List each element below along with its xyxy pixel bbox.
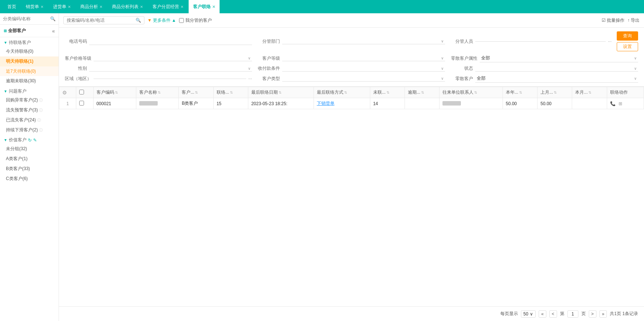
grid-action-icon[interactable]: ⊞ (619, 101, 622, 106)
sidebar-item-today[interactable]: 今天待联络(0) (0, 46, 59, 56)
value-arrow-icon: ▼ (4, 138, 7, 142)
manager-dots[interactable]: ··· (608, 39, 612, 44)
sort-overdue-icon[interactable]: ⇅ (421, 90, 424, 94)
sidebar-item-lost[interactable]: 已流失客户(24) ⓘ (0, 115, 59, 125)
col-type: 客户...⇅ (179, 87, 213, 98)
sidebar-item-abnormal[interactable]: 回购异常客户(2) ⓘ (0, 95, 59, 105)
top-nav: 首页 销货单 ✕ 进货单 ✕ 商品分析 ✕ 商品分析列表 ✕ 客户分层经营 ✕ … (0, 0, 644, 13)
reset-btn[interactable]: 设置 (617, 42, 638, 51)
page-info-label: 第 (560, 311, 564, 317)
pending-arrow-icon: ▼ (4, 41, 7, 45)
nav-home[interactable]: 首页 (3, 0, 21, 13)
close-sales-tab[interactable]: ✕ (41, 5, 43, 9)
nav-purchase[interactable]: 进货单 ✕ (49, 0, 75, 13)
nav-sales[interactable]: 销货单 ✕ (21, 0, 48, 13)
gender-select[interactable]: ∨ (89, 66, 252, 72)
row-last-month: 50.00 (537, 98, 572, 109)
sidebar-item-warning[interactable]: 流失预警客户(3) ⓘ (0, 105, 59, 115)
col-gear[interactable]: ⚙ (59, 87, 76, 98)
filter-status: 状态 ∨ (451, 65, 638, 72)
select-all-checkbox[interactable] (79, 90, 84, 94)
retail-customer-select[interactable]: 全部∨ (475, 75, 638, 83)
last-page-btn[interactable]: » (599, 310, 607, 318)
retail-attr-select[interactable]: 全部∨ (480, 54, 638, 62)
sidebar-item-tomorrow[interactable]: 明天待联络(1) (0, 56, 59, 66)
sort-not-linked-icon[interactable]: ⇅ (386, 90, 389, 94)
search-input[interactable] (67, 18, 134, 23)
sidebar-item-class-b[interactable]: B类客户(33) (0, 164, 59, 174)
price-grade-select[interactable]: ∨ (94, 55, 252, 61)
row-type: B类客户 (179, 98, 213, 109)
row-checkbox[interactable] (79, 101, 84, 106)
col-overdue: 逾期...⇅ (405, 87, 439, 98)
refresh-icon[interactable]: ↻ (28, 138, 32, 143)
sidebar-search-icon[interactable]: 🔍 (50, 16, 56, 21)
sidebar-search-input[interactable] (3, 16, 49, 21)
status-select[interactable]: ∨ (475, 66, 638, 72)
sidebar-item-declining[interactable]: 持续下滑客户(2) ⓘ (0, 125, 59, 135)
first-page-btn[interactable]: « (539, 310, 546, 318)
customer-grade-select[interactable]: ∨ (282, 55, 445, 61)
grid-icon: ⊞ (4, 29, 7, 33)
nav-analysis[interactable]: 商品分析 ✕ (76, 0, 107, 13)
close-purchase-tab[interactable]: ✕ (68, 5, 71, 9)
sort-contact-icon[interactable]: ⇅ (230, 90, 233, 94)
filter-up-icon: ▲ (172, 18, 176, 23)
sidebar-item-class-a[interactable]: A类客户(1) (0, 154, 59, 164)
filter-phone: 电话号码 (65, 31, 252, 51)
filter-dept: 分管部门 ∨ (258, 31, 445, 51)
prev-page-btn[interactable]: < (549, 310, 557, 318)
nav-customer-contact[interactable]: 客户联络 ✕ (189, 0, 220, 13)
sidebar-collapse-btn[interactable]: « (52, 28, 55, 34)
close-customer-tier-tab[interactable]: ✕ (181, 5, 183, 9)
sort-last-method-icon[interactable]: ⇅ (344, 90, 347, 94)
last-method-link[interactable]: 下销货单 (317, 101, 335, 106)
phone-input[interactable] (89, 38, 252, 45)
batch-op-btn[interactable]: ☑ 批量操作 (602, 17, 624, 24)
region-dots[interactable]: ··· (248, 76, 252, 81)
sort-name-icon[interactable]: ⇅ (158, 90, 161, 94)
edit-icon[interactable]: ✎ (33, 138, 37, 143)
sidebar-pending-group-title: ▼ 待联络客户 (0, 37, 59, 46)
close-analysis-list-tab[interactable]: ✕ (140, 5, 143, 9)
col-last-month: 上月...⇅ (537, 87, 572, 98)
close-customer-contact-tab[interactable]: ✕ (212, 5, 215, 9)
sort-this-year-icon[interactable]: ⇅ (519, 90, 522, 94)
my-customers-wrap: 我分管的客户 (179, 17, 212, 24)
problem-arrow-icon: ▼ (4, 89, 7, 93)
sidebar-item-overdue[interactable]: 逾期未联络(30) (0, 76, 59, 86)
blurred-unit-contact (442, 101, 461, 106)
sort-unit-contact-icon[interactable]: ⇅ (474, 90, 477, 94)
dept-select[interactable]: ∨ (282, 38, 445, 44)
gear-icon[interactable]: ⚙ (62, 90, 67, 96)
export-btn[interactable]: ↑ 导出 (627, 17, 640, 24)
sort-code-icon[interactable]: ⇅ (115, 90, 118, 94)
customer-type-select[interactable]: ∨ (282, 76, 445, 82)
page-size-select[interactable]: 50 ∨ (521, 310, 536, 318)
row-unit-contact (440, 98, 503, 109)
page-size-arrow-icon: ∨ (530, 311, 533, 317)
page-number-input[interactable] (567, 310, 578, 318)
sidebar-item-7days[interactable]: 近7天待联络(0) (0, 66, 59, 76)
sort-this-month-icon[interactable]: ⇅ (588, 90, 591, 94)
row-action: 📞 ⊞ (607, 98, 644, 109)
close-analysis-tab[interactable]: ✕ (99, 5, 102, 9)
search-icon[interactable]: 🔍 (136, 18, 141, 23)
phone-action-icon[interactable]: 📞 (610, 101, 616, 106)
sort-last-month-icon[interactable]: ⇅ (554, 90, 557, 94)
sidebar-item-ungrouped[interactable]: 未分组(32) (0, 144, 59, 154)
sidebar: 🔍 ⊞ 全部客户 « ▼ 待联络客户 今天待联络(0) 明天待联络(1) 近7天… (0, 13, 59, 321)
sidebar-item-class-c[interactable]: C类客户(6) (0, 174, 59, 184)
nav-customer-tier[interactable]: 客户分层经营 ✕ (148, 0, 188, 13)
query-btn[interactable]: 查询 (617, 31, 638, 41)
sort-last-date-icon[interactable]: ⇅ (279, 90, 281, 94)
sidebar-all-customers[interactable]: ⊞ 全部客户 « (0, 25, 59, 37)
filter-more-btn[interactable]: ▼ 更多条件 ▲ (147, 17, 176, 24)
sort-type-icon[interactable]: ⇅ (195, 90, 198, 94)
payment-select[interactable]: ∨ (282, 66, 445, 72)
next-page-btn[interactable]: > (589, 310, 596, 318)
filter-gender: 性别 ∨ (65, 65, 252, 72)
search-input-wrap: 🔍 (63, 16, 144, 24)
my-customers-checkbox[interactable] (179, 18, 184, 23)
nav-analysis-list[interactable]: 商品分析列表 ✕ (108, 0, 147, 13)
